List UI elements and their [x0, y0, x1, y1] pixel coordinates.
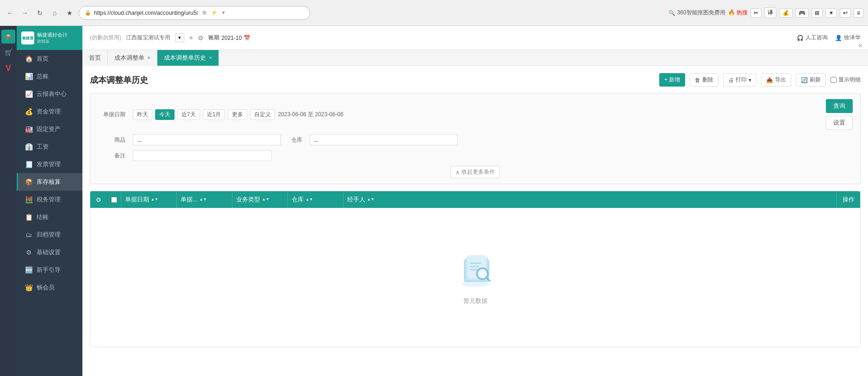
icon-sidebar-active[interactable]: 📦: [1, 30, 15, 44]
new-button[interactable]: + 新增: [659, 73, 685, 87]
grid-tool[interactable]: ⊞: [812, 8, 823, 18]
add-company-button[interactable]: +: [189, 34, 193, 42]
sidebar-item-invoice[interactable]: 🧾 发票管理: [17, 156, 82, 173]
tab-cost-adjust-close[interactable]: ×: [147, 55, 150, 61]
refresh-button[interactable]: 🔄 刷新: [796, 73, 826, 87]
collapse-label: 收起更多条件: [462, 168, 495, 176]
sidebar-item-label: 归档管理: [37, 231, 61, 239]
closing-nav-icon: 📋: [25, 213, 33, 221]
cut-tool[interactable]: ✂: [750, 8, 762, 18]
brightness-tool[interactable]: ☀: [825, 8, 837, 18]
type-sort-arrows: ▲▼: [262, 198, 269, 201]
gold-tool[interactable]: 💰: [779, 8, 793, 18]
browser-chrome: ← → ↻ ⌂ ★ 🔒 https://cloud.chanjet.com/ac…: [0, 0, 868, 26]
table-check-all[interactable]: [107, 197, 121, 203]
address-bar[interactable]: 🔒 https://cloud.chanjet.com/accounting/u…: [79, 6, 310, 20]
sidebar-item-guide[interactable]: 🆕 新手引导: [17, 261, 82, 279]
svg-point-11: [486, 258, 488, 260]
period-label: 账期: [208, 34, 219, 42]
apps-icon: ⊞: [202, 10, 206, 16]
game-tool[interactable]: 🎮: [795, 8, 809, 18]
icon-sidebar-item-1[interactable]: 🛒: [1, 45, 15, 59]
tab-cost-adjust[interactable]: 成本调整单 ×: [108, 50, 157, 66]
consult-button[interactable]: 🎧 人工咨询: [797, 34, 828, 42]
tab-home[interactable]: 首页: [82, 50, 108, 66]
company-dropdown[interactable]: ▾: [175, 33, 184, 42]
translate-tool[interactable]: 译: [764, 7, 776, 18]
remarks-input[interactable]: [133, 150, 272, 161]
sidebar-item-funds[interactable]: 💰 资金管理: [17, 103, 82, 120]
table-header-handler[interactable]: 经手人 ▲▼: [343, 191, 399, 208]
inventory-nav-icon: 📦: [25, 178, 33, 186]
export-button[interactable]: 📤 导出: [761, 73, 791, 87]
sidebar-item-label: 工资: [37, 143, 49, 151]
goods-select[interactable]: ...: [133, 134, 281, 145]
hot-label: 🔥 热搜: [728, 9, 748, 17]
sidebar-item-member[interactable]: 👑 畅会员: [17, 279, 82, 296]
guide-nav-icon: 🆕: [25, 266, 33, 274]
page-title: 成本调整单历史: [90, 75, 148, 86]
sidebar-item-salary[interactable]: 👔 工资: [17, 138, 82, 156]
sidebar-item-tax[interactable]: 🧮 税务管理: [17, 191, 82, 208]
sidebar-item-home[interactable]: 🏠 首页: [17, 50, 82, 68]
company-settings-icon[interactable]: ⚙: [198, 34, 204, 42]
check-all-input[interactable]: [111, 197, 117, 203]
app-name: 畅捷通好会计: [37, 31, 68, 38]
sidebar-item-archive[interactable]: 🗂 归档管理: [17, 226, 82, 244]
table-header-type[interactable]: 业务类型 ▲▼: [232, 191, 287, 208]
date-more[interactable]: 更多: [228, 109, 247, 120]
sidebar-item-label: 资金管理: [37, 107, 61, 116]
tab-cost-adjust-history-close[interactable]: ×: [209, 55, 212, 61]
svg-point-0: [462, 282, 489, 287]
warehouse-placeholder: ...: [314, 137, 318, 143]
table-container: ⚙ 单据日期 ▲▼ 单据... ▲▼ 业务类型 ▲▼: [90, 191, 861, 347]
tax-nav-icon: 🧮: [25, 196, 33, 203]
table-gear-icon[interactable]: ⚙: [90, 196, 107, 203]
delete-button[interactable]: 🗑 删除: [690, 73, 718, 87]
action-col-label: 操作: [843, 195, 855, 204]
icon-sidebar-item-2[interactable]: V: [1, 61, 15, 75]
date-today[interactable]: 今天: [155, 109, 175, 120]
sidebar-item-label: 基础设置: [37, 248, 61, 257]
handler-col-label: 经手人: [347, 195, 365, 204]
sidebar-item-settings[interactable]: ⚙ 基础设置: [17, 244, 82, 261]
date-1month[interactable]: 近1月: [203, 109, 225, 120]
tab-cost-adjust-history[interactable]: 成本调整单历史 ×: [157, 50, 219, 66]
settings-button[interactable]: 设置: [826, 116, 853, 130]
type-col-label: 业务类型: [236, 195, 260, 204]
query-button[interactable]: 查询: [826, 99, 853, 113]
table-header-no[interactable]: 单据... ▲▼: [176, 191, 232, 208]
company-warning: (勿删勿禁用): [90, 34, 121, 42]
back-button[interactable]: ←: [5, 7, 16, 19]
filter-area: 单据日期 昨天 今天 近7天 近1月 更多 自定义 2023-06-06 至 2…: [90, 93, 861, 184]
date-yesterday[interactable]: 昨天: [133, 109, 152, 120]
forward-button[interactable]: →: [19, 7, 31, 19]
print-button[interactable]: 🖨 打印 ▾: [723, 73, 756, 87]
svg-rect-4: [470, 263, 481, 264]
date-custom[interactable]: 自定义: [250, 109, 275, 120]
collapse-button[interactable]: ∧ 收起更多条件: [450, 166, 500, 178]
menu-tool[interactable]: ≡: [854, 8, 863, 18]
table-header-date[interactable]: 单据日期 ▲▼: [121, 191, 176, 208]
archive-nav-icon: 🗂: [25, 231, 33, 238]
date-7days[interactable]: 近7天: [177, 109, 200, 120]
sidebar-item-ledger[interactable]: 📊 总账: [17, 68, 82, 85]
ssl-icon: 🔒: [85, 10, 91, 16]
date-filter-group: 昨天 今天 近7天 近1月 更多 自定义 2023-06-06 至 2023-0…: [133, 109, 343, 120]
company-name: 江西服宝测试专用: [126, 34, 170, 42]
reload-button[interactable]: ↻: [34, 7, 45, 19]
bookmark-button[interactable]: ★: [64, 7, 75, 19]
sidebar-item-reports[interactable]: 📈 云报表中心: [17, 85, 82, 103]
close-page-button[interactable]: ×: [853, 40, 868, 52]
undo-tool[interactable]: ↩: [840, 8, 851, 18]
show-detail-checkbox[interactable]: 显示明细: [831, 76, 861, 84]
show-detail-input[interactable]: [831, 77, 837, 83]
sidebar-item-fixed-assets[interactable]: 🏭 固定资产: [17, 120, 82, 138]
sidebar-item-closing[interactable]: 📋 结账: [17, 208, 82, 226]
home-button[interactable]: ⌂: [49, 7, 60, 19]
sidebar-item-label: 税务管理: [37, 195, 61, 204]
sidebar-item-inventory[interactable]: 📦 库存核算: [17, 173, 82, 191]
warehouse-select[interactable]: ...: [310, 134, 458, 145]
table-header: ⚙ 单据日期 ▲▼ 单据... ▲▼ 业务类型 ▲▼: [90, 191, 860, 208]
table-header-warehouse[interactable]: 仓库 ▲▼: [287, 191, 343, 208]
